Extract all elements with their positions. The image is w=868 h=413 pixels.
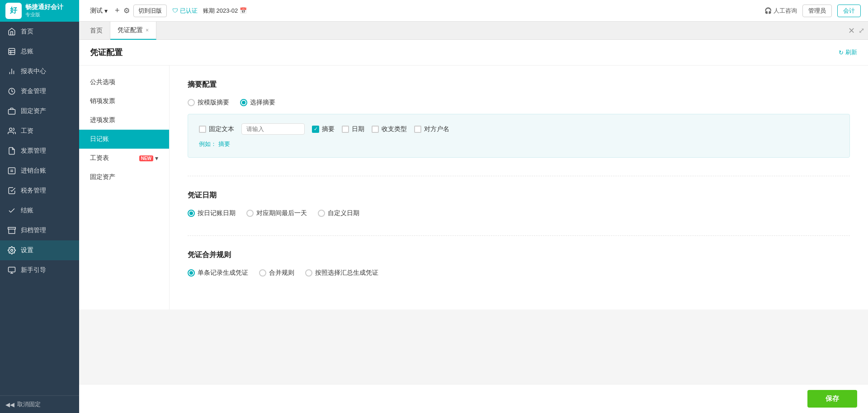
summary-radio-select[interactable]: 选择摘要 xyxy=(240,99,275,107)
sidebar-item-settings[interactable]: 设置 xyxy=(0,240,79,260)
summary-radio-template[interactable]: 按模版摘要 xyxy=(188,99,229,107)
consult-btn[interactable]: 🎧 人工咨询 xyxy=(764,7,797,15)
select-radio-label: 选择摘要 xyxy=(250,99,275,107)
invoice-icon xyxy=(7,146,16,155)
right-config: 摘要配置 按模版摘要 选择摘要 xyxy=(170,66,868,310)
settings-icon[interactable]: ⚙ xyxy=(123,6,130,15)
logo-sub: 专业版 xyxy=(25,11,63,18)
left-nav-fixed-asset-label: 固定资产 xyxy=(90,173,115,180)
journal-date-radio-circle xyxy=(188,210,195,217)
sidebar-item-archive[interactable]: 归档管理 xyxy=(0,221,79,240)
sidebar-item-stock[interactable]: 进销台账 xyxy=(0,161,79,181)
sidebar-item-report[interactable]: 报表中心 xyxy=(0,61,79,81)
fixed-text-checkbox[interactable]: 固定文本 xyxy=(199,125,234,133)
date-journal-radio[interactable]: 按日记账日期 xyxy=(188,209,236,217)
sidebar-label-ledger: 总账 xyxy=(21,47,33,56)
period-last-radio-circle xyxy=(246,210,254,217)
sidebar-item-salary[interactable]: 工资 xyxy=(0,121,79,141)
fund-icon xyxy=(7,87,16,96)
close-window-icon[interactable]: ✕ xyxy=(848,26,855,36)
report-icon xyxy=(7,67,16,76)
refresh-btn[interactable]: ↻ 刷新 xyxy=(839,48,857,56)
svg-rect-13 xyxy=(8,227,16,229)
calendar-icon[interactable]: 📅 xyxy=(240,7,247,14)
stock-icon xyxy=(7,166,16,175)
sidebar-item-settle[interactable]: 结账 xyxy=(0,201,79,221)
tab-home[interactable]: 首页 xyxy=(83,22,110,40)
sidebar-item-tax[interactable]: 税务管理 xyxy=(0,181,79,201)
sidebar-item-asset[interactable]: 固定资产 xyxy=(0,101,79,121)
add-icon[interactable]: + xyxy=(115,6,120,15)
left-nav-fixed-asset[interactable]: 固定资产 xyxy=(79,168,169,187)
switch-old-btn[interactable]: 切到旧版 xyxy=(133,5,167,17)
abstract-checkbox[interactable]: 摘要 xyxy=(312,125,335,133)
merge-rule-radio[interactable]: 合并规则 xyxy=(259,269,294,277)
period-value: 2023-02 xyxy=(217,7,238,14)
left-nav-public-label: 公共选项 xyxy=(90,78,115,85)
date-radio-group: 按日记账日期 对应期间最后一天 自定义日期 xyxy=(188,209,850,217)
merge-rule-radio-circle xyxy=(259,269,266,277)
tab-voucher-config[interactable]: 凭证配置 × xyxy=(110,22,156,40)
sidebar-item-invoice[interactable]: 发票管理 xyxy=(0,141,79,161)
sidebar-item-ledger[interactable]: 总账 xyxy=(0,42,79,61)
sidebar-item-fund[interactable]: 资金管理 xyxy=(0,81,79,101)
sidebar-label-archive: 归档管理 xyxy=(21,226,46,235)
custom-date-label: 自定义日期 xyxy=(328,209,359,217)
left-nav-purchase[interactable]: 进项发票 xyxy=(79,111,169,130)
merge-single-radio[interactable]: 单条记录生成凭证 xyxy=(188,269,248,277)
single-radio-circle xyxy=(188,269,195,277)
main-layout: 首页 总账 报表中心 资金管理 xyxy=(0,22,868,413)
refresh-label: 刷新 xyxy=(845,48,857,56)
project-selector[interactable]: 测试 ▾ xyxy=(90,7,108,15)
date-checkbox[interactable]: 日期 xyxy=(342,125,364,133)
merge-select-radio[interactable]: 按照选择汇总生成凭证 xyxy=(305,269,378,277)
merge-rule-label: 合并规则 xyxy=(269,269,294,277)
sidebar-label-home: 首页 xyxy=(21,28,33,36)
settings-nav-icon xyxy=(7,246,16,255)
sidebar-label-settle: 结账 xyxy=(21,206,33,215)
left-nav-sales[interactable]: 销项发票 xyxy=(79,92,169,111)
date-custom-radio[interactable]: 自定义日期 xyxy=(318,209,359,217)
tab-home-label: 首页 xyxy=(90,27,103,35)
fixed-text-input[interactable] xyxy=(241,123,305,135)
sidebar-scroll: 首页 总账 报表中心 资金管理 xyxy=(0,22,79,395)
summary-section: 摘要配置 按模版摘要 选择摘要 xyxy=(188,80,850,158)
sidebar: 首页 总账 报表中心 资金管理 xyxy=(0,22,79,413)
cancel-fixed-label: 取消固定 xyxy=(17,400,41,408)
pay-type-checkbox[interactable]: 收支类型 xyxy=(372,125,407,133)
pay-type-checkbox-box xyxy=(372,126,379,133)
page-content: 凭证配置 ↻ 刷新 公共选项 销项发票 进项发票 xyxy=(79,40,868,384)
left-nav-payroll[interactable]: 工资表 NEW ▾ xyxy=(79,149,169,168)
topbar-right: 🎧 人工咨询 管理员 会计 xyxy=(764,5,861,17)
date-period-radio[interactable]: 对应期间最后一天 xyxy=(246,209,307,217)
left-nav-public[interactable]: 公共选项 xyxy=(79,73,169,92)
inner-layout: 公共选项 销项发票 进项发票 日记账 工资表 xyxy=(79,66,868,310)
user-btn[interactable]: 管理员 xyxy=(802,5,832,17)
archive-icon xyxy=(7,226,16,235)
fixed-text-label: 固定文本 xyxy=(209,125,234,133)
fixed-text-checkbox-box xyxy=(199,126,206,133)
summary-title: 摘要配置 xyxy=(188,80,850,89)
tab-close-icon[interactable]: × xyxy=(146,27,149,33)
cancel-fixed-btn[interactable]: ◀◀ 取消固定 xyxy=(0,395,79,413)
journal-date-label: 按日记账日期 xyxy=(198,209,236,217)
template-radio-label: 按模版摘要 xyxy=(198,99,229,107)
logo-area: 好 畅捷通好会计 专业版 xyxy=(0,0,79,22)
sidebar-label-report: 报表中心 xyxy=(21,67,46,75)
salary-icon xyxy=(7,127,16,136)
left-nav-journal[interactable]: 日记账 xyxy=(79,130,169,149)
accountant-btn[interactable]: 会计 xyxy=(837,5,861,17)
left-nav-journal-label: 日记账 xyxy=(90,135,109,142)
counterpart-checkbox-box xyxy=(414,126,421,133)
date-title: 凭证日期 xyxy=(188,191,850,200)
select-merge-radio-circle xyxy=(305,269,312,277)
logo-text: 畅捷通好会计 专业版 xyxy=(25,3,63,18)
counterpart-checkbox[interactable]: 对方户名 xyxy=(414,125,449,133)
date-label: 日期 xyxy=(352,125,364,133)
project-name: 测试 xyxy=(90,7,103,15)
sidebar-item-guide[interactable]: 新手引导 xyxy=(0,260,79,280)
maximize-icon[interactable]: ⤢ xyxy=(859,26,864,35)
sidebar-item-home[interactable]: 首页 xyxy=(0,22,79,42)
save-button[interactable]: 保存 xyxy=(807,390,857,408)
sidebar-label-asset: 固定资产 xyxy=(21,107,46,115)
